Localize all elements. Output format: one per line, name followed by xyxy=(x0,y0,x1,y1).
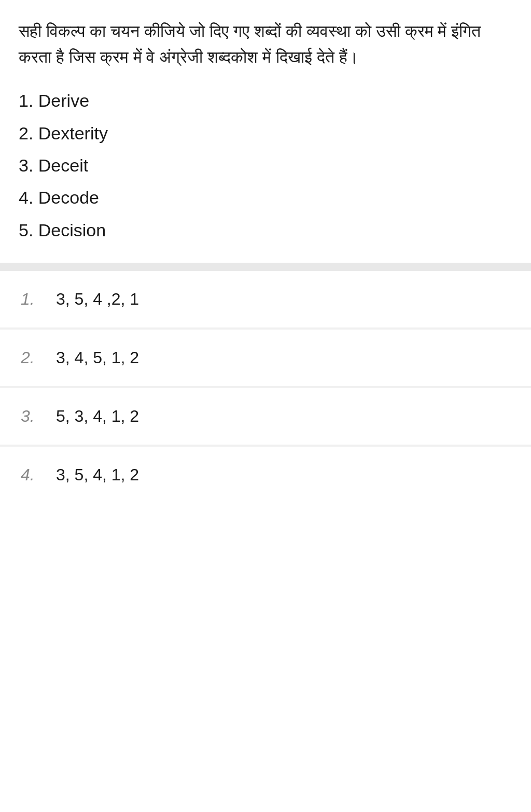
question-section: सही विकल्प का चयन कीजिये जो दिए गए शब्दो… xyxy=(0,0,531,263)
option-value: 3, 5, 4, 1, 2 xyxy=(56,465,139,485)
option-number: 3. xyxy=(21,407,39,426)
options-section: 1.3, 5, 4 ,2, 12.3, 4, 5, 1, 23.5, 3, 4,… xyxy=(0,271,531,503)
option-card[interactable]: 1.3, 5, 4 ,2, 1 xyxy=(0,271,531,327)
word-list-item: 3. Deceit xyxy=(19,149,512,181)
page: सही विकल्प का चयन कीजिये जो दिए गए शब्दो… xyxy=(0,0,531,812)
option-value: 3, 5, 4 ,2, 1 xyxy=(56,290,139,309)
word-list-item: 1. Derive xyxy=(19,84,512,117)
section-divider xyxy=(0,263,531,271)
word-list-item: 5. Decision xyxy=(19,214,512,246)
option-card[interactable]: 4.3, 5, 4, 1, 2 xyxy=(0,447,531,503)
option-number: 4. xyxy=(21,465,39,485)
option-number: 1. xyxy=(21,290,39,309)
word-list-item: 4. Decode xyxy=(19,181,512,213)
option-number: 2. xyxy=(21,348,39,367)
word-list: 1. Derive2. Dexterity3. Deceit4. Decode5… xyxy=(19,84,512,246)
word-list-item: 2. Dexterity xyxy=(19,117,512,149)
option-value: 3, 4, 5, 1, 2 xyxy=(56,348,139,367)
option-value: 5, 3, 4, 1, 2 xyxy=(56,407,139,426)
option-card[interactable]: 3.5, 3, 4, 1, 2 xyxy=(0,388,531,445)
option-card[interactable]: 2.3, 4, 5, 1, 2 xyxy=(0,330,531,386)
question-text: सही विकल्प का चयन कीजिये जो दिए गए शब्दो… xyxy=(19,19,512,70)
